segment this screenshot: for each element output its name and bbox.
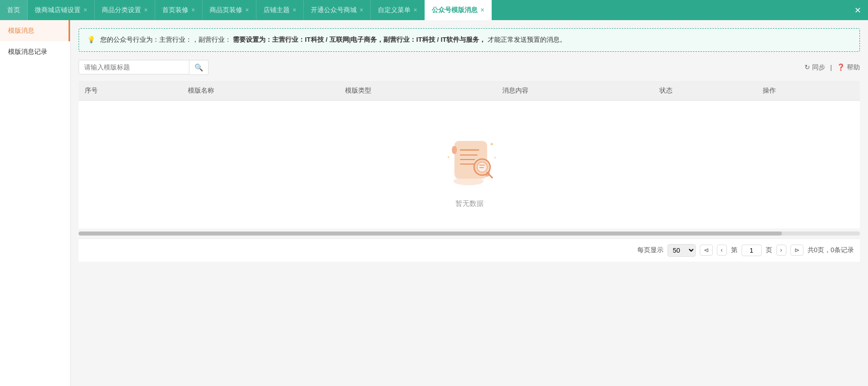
tab-item-4[interactable]: 商品页装修× xyxy=(203,0,256,20)
tab-item-2[interactable]: 商品分类设置× xyxy=(95,0,155,20)
main-layout: 模版消息模版消息记录 💡 您的公众号行业为：主营行业：，副营行业： 需要设置为：… xyxy=(0,20,868,386)
table-col-状态: 状态 xyxy=(653,81,757,101)
sync-label: 同步 xyxy=(812,63,825,71)
svg-text:✦: ✦ xyxy=(490,141,494,147)
search-button[interactable]: 🔍 xyxy=(189,60,209,75)
toolbar-right: ↻ 同步 | ❓ 帮助 xyxy=(805,63,860,72)
empty-state: ✦ ✦ ★ 暂无数据 xyxy=(79,101,860,228)
help-label: 帮助 xyxy=(847,63,860,71)
search-area: 🔍 xyxy=(79,60,209,75)
help-icon: ❓ xyxy=(837,63,845,71)
table-col-序号: 序号 xyxy=(79,81,182,101)
tab-item-3[interactable]: 首页装修× xyxy=(155,0,203,20)
table-col-操作: 操作 xyxy=(757,81,860,101)
table-container: 序号模版名称模版类型消息内容状态操作 xyxy=(79,81,860,239)
svg-text:★: ★ xyxy=(494,156,496,159)
last-page-button[interactable]: ⊳ xyxy=(790,245,804,256)
search-input[interactable] xyxy=(79,60,189,74)
scrollbar-thumb[interactable] xyxy=(79,231,782,236)
next-page-button[interactable]: › xyxy=(776,245,786,256)
svg-text:✦: ✦ xyxy=(447,155,450,160)
prev-page-button[interactable]: ‹ xyxy=(717,245,727,256)
tab-item-7[interactable]: 自定义菜单× xyxy=(371,0,425,20)
tab-item-1[interactable]: 微商城店铺设置× xyxy=(28,0,95,20)
help-button[interactable]: ❓ 帮助 xyxy=(837,63,860,72)
close-all-button[interactable]: ✕ xyxy=(847,6,868,15)
page-size-select[interactable]: 50 20 100 xyxy=(667,244,696,257)
empty-illustration: ✦ ✦ ★ xyxy=(439,131,500,191)
sidebar-item-1[interactable]: 模版消息记录 xyxy=(0,41,70,62)
table-col-模版名称: 模版名称 xyxy=(182,81,339,101)
data-table: 序号模版名称模版类型消息内容状态操作 xyxy=(79,81,860,228)
notice-box: 💡 您的公众号行业为：主营行业：，副营行业： 需要设置为：主营行业：IT科技 /… xyxy=(79,28,860,52)
notice-prefix: 您的公众号行业为：主营行业：，副营行业： xyxy=(100,36,231,43)
tab-item-0[interactable]: 首页 xyxy=(0,0,28,20)
table-col-消息内容: 消息内容 xyxy=(496,81,653,101)
content-area: 💡 您的公众号行业为：主营行业：，副营行业： 需要设置为：主营行业：IT科技 /… xyxy=(71,20,868,386)
toolbar: 🔍 ↻ 同步 | ❓ 帮助 xyxy=(79,60,860,75)
tab-item-8[interactable]: 公众号模版消息× xyxy=(425,0,492,20)
sidebar-item-0[interactable]: 模版消息 xyxy=(0,20,70,41)
toolbar-separator: | xyxy=(830,63,832,71)
tab-close-2[interactable]: × xyxy=(144,7,148,14)
first-page-button[interactable]: ⊲ xyxy=(700,245,713,256)
page-number-input[interactable] xyxy=(742,245,762,256)
tab-close-6[interactable]: × xyxy=(360,7,363,14)
sync-button[interactable]: ↻ 同步 xyxy=(805,63,825,72)
tab-close-3[interactable]: × xyxy=(191,7,195,14)
tab-close-1[interactable]: × xyxy=(84,7,87,14)
tab-item-6[interactable]: 开通公众号商城× xyxy=(304,0,371,20)
page-label-pre: 第 xyxy=(731,246,738,255)
horizontal-scrollbar[interactable] xyxy=(79,231,860,236)
tab-item-5[interactable]: 店铺主题× xyxy=(256,0,304,20)
svg-point-6 xyxy=(477,162,487,172)
notice-suffix: 才能正常发送预置的消息。 xyxy=(488,36,566,43)
pagination-bar: 每页显示 50 20 100 ⊲ ‹ 第 页 › ⊳ 共0页，0条记录 xyxy=(79,239,860,262)
page-size-label: 每页显示 xyxy=(637,246,663,255)
tab-close-4[interactable]: × xyxy=(245,7,249,14)
table-col-模版类型: 模版类型 xyxy=(339,81,496,101)
empty-text: 暂无数据 xyxy=(79,199,860,208)
notice-icon: 💡 xyxy=(87,36,95,43)
total-info: 共0页，0条记录 xyxy=(808,246,854,255)
tab-close-5[interactable]: × xyxy=(293,7,296,14)
tab-close-8[interactable]: × xyxy=(481,7,484,14)
sync-icon: ↻ xyxy=(805,63,810,71)
page-label-suf: 页 xyxy=(766,246,772,255)
notice-highlight: 需要设置为：主营行业：IT科技 / 互联网|电子商务，副营行业：IT科技 / I… xyxy=(233,36,486,43)
tab-close-7[interactable]: × xyxy=(414,7,417,14)
sidebar: 模版消息模版消息记录 xyxy=(0,20,71,386)
tab-bar: 首页微商城店铺设置×商品分类设置×首页装修×商品页装修×店铺主题×开通公众号商城… xyxy=(0,0,868,20)
